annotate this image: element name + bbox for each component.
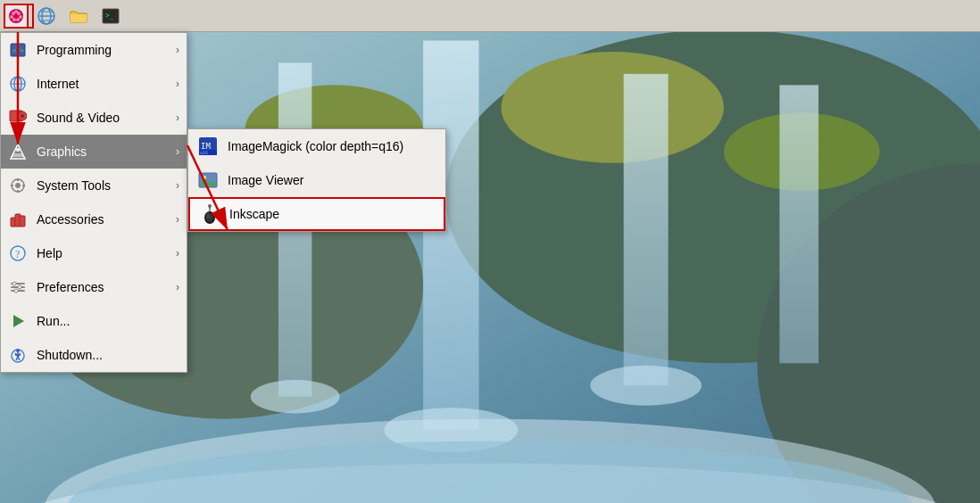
svg-text:>_: >_ — [105, 12, 114, 20]
svg-point-59 — [12, 282, 16, 285]
help-icon: ? — [8, 243, 28, 263]
system-icon — [8, 176, 28, 195]
svg-point-26 — [14, 15, 18, 19]
menu-item-programming[interactable]: </> Programming › — [1, 33, 187, 67]
system-tools-arrow: › — [176, 179, 179, 192]
accessories-icon — [8, 210, 28, 229]
rpi-menu-button[interactable] — [4, 4, 29, 29]
graphics-label: Graphics — [37, 144, 167, 159]
svg-point-16 — [590, 366, 702, 406]
inkscape-icon — [199, 203, 220, 225]
run-icon — [8, 311, 28, 331]
svg-rect-9 — [423, 40, 478, 430]
run-label: Run... — [37, 314, 179, 328]
svg-text:q16: q16 — [200, 150, 208, 156]
svg-marker-62 — [13, 315, 24, 327]
programming-icon: </> — [8, 40, 28, 60]
preferences-icon — [8, 277, 28, 297]
programming-arrow: › — [176, 44, 179, 56]
menu-item-system-tools[interactable]: System Tools › — [1, 169, 187, 202]
svg-text:</>: </> — [12, 47, 24, 54]
globe-icon — [37, 6, 56, 26]
imageviewer-icon — [197, 169, 219, 191]
svg-point-46 — [15, 183, 21, 188]
svg-point-60 — [18, 285, 21, 289]
shutdown-label: Shutdown... — [37, 348, 179, 362]
app-menu: </> Programming › Internet › Sound & Vid… — [0, 32, 187, 373]
svg-point-14 — [251, 380, 340, 413]
internet-icon — [8, 74, 28, 94]
svg-point-23 — [19, 15, 22, 19]
svg-text:?: ? — [15, 248, 20, 260]
accessories-label: Accessories — [37, 212, 167, 227]
svg-rect-11 — [779, 85, 818, 363]
help-label: Help — [37, 246, 167, 260]
svg-point-78 — [206, 213, 210, 219]
submenu-item-inkscape[interactable]: Inkscape — [188, 197, 445, 231]
graphics-submenu: IM q16 ImageMagick (color depth=q16) Ima… — [187, 128, 446, 232]
svg-rect-10 — [624, 74, 669, 385]
terminal-button[interactable]: >_ — [96, 4, 125, 29]
programming-label: Programming — [37, 43, 167, 57]
menu-item-internet[interactable]: Internet › — [1, 67, 187, 101]
svg-point-41 — [21, 114, 24, 118]
menu-item-sound-video[interactable]: Sound & Video › — [1, 101, 187, 135]
browser-button[interactable] — [32, 4, 61, 29]
graphics-arrow: › — [176, 145, 179, 158]
svg-rect-53 — [20, 216, 25, 227]
graphics-icon — [8, 142, 28, 161]
help-arrow: › — [176, 247, 179, 260]
folder-icon — [69, 6, 88, 26]
inkscape-label: Inkscape — [229, 207, 279, 221]
preferences-arrow: › — [176, 281, 179, 293]
submenu-item-imagemagick[interactable]: IM q16 ImageMagick (color depth=q16) — [188, 129, 445, 163]
system-tools-label: System Tools — [37, 178, 167, 193]
taskbar: >_ — [0, 0, 980, 32]
preferences-label: Preferences — [37, 280, 167, 294]
files-button[interactable] — [64, 4, 93, 29]
terminal-icon: >_ — [101, 6, 120, 26]
svg-point-65 — [16, 349, 20, 352]
image-viewer-label: Image Viewer — [228, 173, 303, 187]
internet-arrow: › — [176, 78, 179, 90]
svg-point-77 — [208, 204, 212, 208]
svg-point-6 — [501, 52, 724, 163]
menu-item-shutdown[interactable]: Shutdown... — [1, 338, 187, 372]
accessories-arrow: › — [176, 213, 179, 226]
svg-rect-44 — [12, 153, 23, 157]
svg-point-61 — [14, 289, 18, 293]
imagemagick-icon: IM q16 — [197, 136, 219, 157]
imagemagick-label: ImageMagick (color depth=q16) — [228, 139, 403, 153]
submenu-item-image-viewer[interactable]: Image Viewer — [188, 163, 445, 197]
sound-label: Sound & Video — [37, 111, 167, 125]
internet-label: Internet — [37, 77, 167, 91]
shutdown-icon — [8, 345, 28, 365]
menu-item-run[interactable]: Run... — [1, 304, 187, 338]
svg-point-72 — [203, 176, 206, 179]
sound-icon — [8, 108, 28, 128]
menu-item-help[interactable]: ? Help › — [1, 236, 187, 270]
menu-item-accessories[interactable]: Accessories › — [1, 202, 187, 236]
menu-item-preferences[interactable]: Preferences › — [1, 270, 187, 304]
sound-arrow: › — [176, 111, 179, 124]
svg-point-22 — [10, 15, 13, 19]
svg-point-21 — [14, 10, 18, 13]
raspberry-icon — [7, 7, 25, 25]
menu-item-graphics[interactable]: Graphics › — [1, 135, 187, 169]
svg-point-43 — [16, 148, 20, 152]
svg-rect-74 — [197, 169, 219, 173]
